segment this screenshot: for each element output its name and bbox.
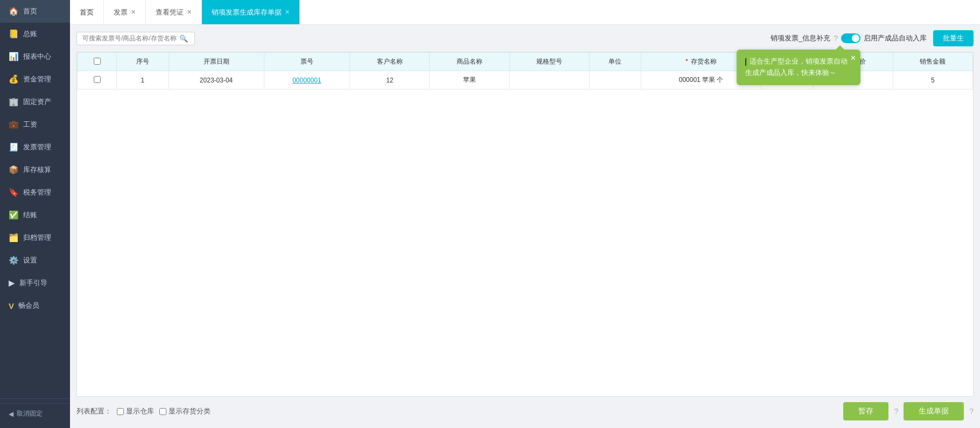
sidebar-item-funds[interactable]: 💰 资金管理 [0, 68, 70, 91]
bottom-actions: 暂存 ? 生成单据 ? [843, 402, 974, 420]
checkout-icon: ✅ [9, 210, 19, 220]
sidebar-item-checkout[interactable]: ✅ 结账 [0, 204, 70, 226]
save-help-icon[interactable]: ? [894, 407, 898, 416]
tab-create-inventory-close[interactable]: ✕ [285, 9, 290, 16]
home-icon: 🏠 [9, 6, 19, 16]
tab-create-inventory[interactable]: 销项发票生成库存单据 ✕ [202, 0, 300, 24]
sidebar-item-reports[interactable]: 📊 报表中心 [0, 45, 70, 68]
sidebar-item-label: 归档管理 [23, 233, 51, 243]
tab-home[interactable]: 首页 [70, 0, 104, 24]
show-warehouse-label[interactable]: 显示仓库 [117, 406, 154, 416]
invoice-mgmt-icon: 🧾 [9, 142, 19, 152]
sidebar-item-label: 设置 [23, 256, 37, 265]
row-checkbox[interactable] [94, 76, 101, 83]
sidebar-item-label: 总账 [23, 29, 37, 39]
info-help-icon[interactable]: ? [834, 34, 838, 43]
batch-button[interactable]: 批量生 [933, 30, 974, 46]
row-sales-amount: 5 [893, 71, 972, 89]
sidebar-item-label: 新手引导 [19, 278, 47, 288]
show-category-checkbox[interactable] [159, 408, 166, 415]
sidebar-item-inventory[interactable]: 📦 库存核算 [0, 158, 70, 181]
sidebar: 🏠 首页 📒 总账 📊 报表中心 💰 资金管理 🏢 固定资产 💼 工资 🧾 发票… [0, 0, 70, 428]
tab-voucher-close[interactable]: ✕ [187, 9, 192, 16]
tooltip-text: 适合生产型企业，销项发票自动生成产成品入库，快来体验～ [745, 57, 848, 77]
pin-icon: ◀ [9, 410, 13, 418]
sidebar-item-ledger[interactable]: 📒 总账 [0, 23, 70, 45]
auto-warehouse-toggle[interactable] [841, 33, 860, 43]
sidebar-item-guide[interactable]: ▶ 新手引导 [0, 272, 70, 294]
sidebar-item-label: 畅会员 [18, 301, 39, 310]
bottom-bar: 列表配置： 显示仓库 显示存货分类 暂存 ? 生成单据 ? [76, 397, 974, 423]
sidebar-item-label: 工资 [23, 120, 37, 129]
sidebar-item-archive[interactable]: 🗂️ 归档管理 [0, 226, 70, 249]
tab-voucher-label: 查看凭证 [156, 8, 184, 17]
tab-invoice-label: 发票 [114, 8, 128, 17]
config-label: 列表配置： [76, 406, 111, 416]
payroll-icon: 💼 [9, 120, 19, 129]
page-content: 🔍 销项发票_信息补充 ? 适合生产型企业，销项发票自动生成产成品入库，快来体验… [70, 25, 980, 428]
inventory-icon: 📦 [9, 165, 19, 175]
sidebar-item-payroll[interactable]: 💼 工资 [0, 113, 70, 136]
sidebar-item-label: 报表中心 [23, 52, 51, 61]
reports-icon: 📊 [9, 52, 19, 61]
tab-create-inventory-label: 销项发票生成库存单据 [212, 8, 282, 17]
sidebar-item-label: 发票管理 [23, 142, 51, 152]
sidebar-item-home[interactable]: 🏠 首页 [0, 0, 70, 23]
archive-icon: 🗂️ [9, 233, 19, 243]
col-checkbox [78, 53, 117, 71]
tab-voucher[interactable]: 查看凭证 ✕ [146, 0, 202, 24]
assets-icon: 🏢 [9, 97, 19, 107]
tab-invoice-close[interactable]: ✕ [131, 9, 136, 16]
save-button[interactable]: 暂存 [843, 402, 888, 420]
sidebar-item-tax[interactable]: 🔖 税务管理 [0, 181, 70, 204]
row-spec [509, 71, 589, 89]
sidebar-item-settings[interactable]: ⚙️ 设置 [0, 249, 70, 272]
col-spec: 规格型号 [509, 53, 589, 71]
sidebar-item-invoice-mgmt[interactable]: 🧾 发票管理 [0, 136, 70, 158]
tab-bar: 首页 发票 ✕ 查看凭证 ✕ 销项发票生成库存单据 ✕ [70, 0, 980, 25]
sidebar-item-assets[interactable]: 🏢 固定资产 [0, 91, 70, 113]
show-warehouse-text: 显示仓库 [126, 406, 154, 416]
row-checkbox-cell [78, 71, 117, 89]
row-seq: 1 [117, 71, 169, 89]
sidebar-item-label: 结账 [23, 210, 37, 220]
sidebar-item-label: 固定资产 [23, 97, 51, 107]
tab-invoice[interactable]: 发票 ✕ [104, 0, 146, 24]
show-warehouse-checkbox[interactable] [117, 408, 124, 415]
toolbar-info: 销项发票_信息补充 ? 适合生产型企业，销项发票自动生成产成品入库，快来体验～ … [771, 33, 927, 43]
settings-icon: ⚙️ [9, 256, 19, 265]
search-box[interactable]: 🔍 [76, 32, 195, 45]
guide-icon: ▶ [9, 278, 15, 288]
required-star: * [685, 58, 688, 65]
row-ticket-no[interactable]: 00000001 [264, 71, 350, 89]
col-seq: 序号 [117, 53, 169, 71]
sidebar-item-label: 税务管理 [23, 188, 51, 197]
col-customer: 客户名称 [350, 53, 430, 71]
tooltip-close-btn[interactable]: ✕ [850, 53, 856, 64]
info-label: 销项发票_信息补充 [771, 33, 830, 43]
list-config: 列表配置： 显示仓库 显示存货分类 [76, 406, 211, 416]
sidebar-item-member[interactable]: V 畅会员 [0, 294, 70, 317]
row-customer: 12 [350, 71, 430, 89]
col-date: 开票日期 [169, 53, 264, 71]
row-date: 2023-03-04 [169, 71, 264, 89]
show-category-text: 显示存货分类 [169, 406, 211, 416]
generate-button[interactable]: 生成单据 [904, 402, 964, 420]
ledger-icon: 📒 [9, 29, 19, 39]
select-all-checkbox[interactable] [94, 58, 101, 65]
sidebar-item-label: 资金管理 [23, 74, 51, 84]
generate-help-icon[interactable]: ? [969, 407, 974, 416]
toggle-area: 适合生产型企业，销项发票自动生成产成品入库，快来体验～ ✕ [841, 33, 860, 43]
sidebar-pin-btn[interactable]: ◀ 取消固定 [0, 403, 70, 424]
show-category-label[interactable]: 显示存货分类 [159, 406, 211, 416]
main-content: 首页 发票 ✕ 查看凭证 ✕ 销项发票生成库存单据 ✕ 🔍 销项发票_信息补充 … [70, 0, 980, 428]
row-unit [589, 71, 641, 89]
sidebar-bottom: ◀ 取消固定 [0, 398, 70, 428]
col-product-name: 商品名称 [430, 53, 509, 71]
col-ticket-no: 票号 [264, 53, 350, 71]
tab-home-label: 首页 [80, 8, 94, 17]
search-icon: 🔍 [179, 34, 188, 43]
tooltip-popup: 适合生产型企业，销项发票自动生成产成品入库，快来体验～ ✕ [737, 50, 860, 85]
search-input[interactable] [82, 34, 179, 42]
ticket-no-link[interactable]: 00000001 [292, 77, 321, 84]
